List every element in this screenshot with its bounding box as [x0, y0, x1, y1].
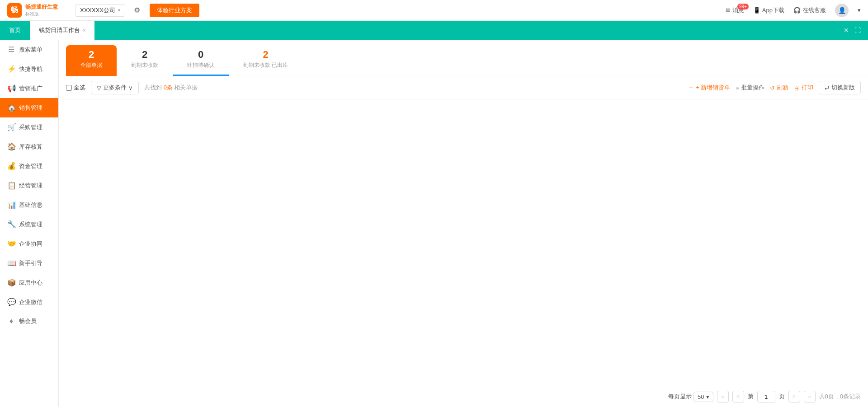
filter-button[interactable]: ▽ 更多条件 ∨	[91, 81, 139, 94]
sidebar-item-operations[interactable]: 📋 经营管理	[0, 176, 58, 195]
avatar[interactable]: 👤	[835, 4, 849, 17]
stat-tab-all[interactable]: 2 全部单据	[66, 45, 117, 76]
chevron-down-icon: ▾	[118, 8, 120, 13]
print-label: 打印	[802, 84, 813, 92]
sidebar-item-enterprise[interactable]: 🤝 企业协同	[0, 234, 58, 253]
logo-text: 畅捷通好生意 标准版	[25, 4, 58, 17]
search-menu-icon: ☰	[7, 45, 15, 54]
user-name[interactable]: ▾	[858, 7, 861, 14]
batch-operation-button[interactable]: ≡ 批量操作	[736, 84, 764, 92]
filter-label: 更多条件	[103, 84, 127, 92]
online-service-label: 在线客服	[802, 6, 826, 14]
found-prefix: 共找到	[144, 84, 162, 91]
message-badge: 99+	[737, 4, 749, 9]
stat-number-overdue-unpaid: 2	[142, 49, 147, 61]
sidebar-item-search-menu[interactable]: ☰ 搜索菜单	[0, 40, 58, 59]
page-input[interactable]	[757, 391, 775, 402]
found-suffix: 相关单据	[174, 84, 198, 91]
sidebar-item-basic-info[interactable]: 📊 基础信息	[0, 195, 58, 215]
service-icon: 🎧	[793, 7, 801, 14]
trial-button[interactable]: 体验行业方案	[150, 4, 199, 17]
tab-bar-controls: ✕ ⛶	[844, 21, 868, 40]
stat-label-overdue-not-shipped: 到期未收款 已出库	[243, 61, 288, 69]
logo-title: 畅捷通好生意	[25, 4, 58, 11]
switch-version-button[interactable]: ⇄ 切换新版	[819, 81, 861, 94]
message-icon: ✉	[726, 7, 731, 14]
logo-icon: 畅	[7, 3, 22, 18]
stat-tab-overdue-unpaid[interactable]: 2 到期未收款	[117, 45, 173, 76]
marketing-icon: 📢	[7, 84, 15, 93]
sidebar-item-marketing-label: 营销推广	[19, 84, 42, 93]
online-service-button[interactable]: 🎧 在线客服	[793, 6, 826, 14]
sidebar-item-marketing[interactable]: 📢 营销推广	[0, 79, 58, 98]
inventory-icon: 🏠	[7, 142, 15, 151]
page-size-dropdown[interactable]: 50 ▾	[693, 392, 713, 402]
sidebar: ☰ 搜索菜单 ⚡ 快捷导航 📢 营销推广 🏠 销售管理 🛒 采购管理 🏠 库存核…	[0, 40, 59, 407]
stat-label-overdue-unpaid: 到期未收款	[131, 61, 158, 69]
finance-icon: 💰	[7, 162, 15, 170]
add-sales-order-button[interactable]: ＋ + 新增销货单	[688, 84, 730, 92]
prev-page-button[interactable]: <	[732, 391, 744, 402]
enterprise-icon: 🤝	[7, 239, 15, 248]
guide-icon: 📖	[7, 259, 15, 267]
toolbar: 全选 ▽ 更多条件 ∨ 共找到 0条 相关单据 ＋ + 新增销货单 ≡ 批量操作	[59, 76, 868, 99]
sales-icon: 🏠	[7, 103, 15, 112]
last-page-button[interactable]: »	[804, 391, 816, 402]
sidebar-item-member[interactable]: ♦ 畅会员	[0, 312, 58, 331]
stat-label-all: 全部单据	[80, 61, 102, 69]
filter-dropdown-icon: ∨	[128, 84, 133, 91]
sidebar-item-weixin[interactable]: 💬 企业微信	[0, 292, 58, 312]
switch-label: 切换新版	[831, 84, 855, 92]
next-page-button[interactable]: >	[788, 391, 800, 402]
company-name: XXXXXX公司	[80, 6, 115, 14]
sidebar-item-member-label: 畅会员	[19, 317, 37, 325]
sidebar-item-inventory[interactable]: 🏠 库存核算	[0, 137, 58, 156]
stat-tab-pending-confirm[interactable]: 0 旺辅待确认	[173, 45, 229, 76]
found-text: 共找到 0条 相关单据	[144, 84, 198, 92]
batch-label: 批量操作	[741, 84, 764, 92]
sidebar-item-purchase-label: 采购管理	[19, 123, 42, 131]
stat-label-pending-confirm: 旺辅待确认	[187, 61, 214, 69]
page-size-label: 每页显示	[668, 393, 692, 401]
stat-tab-overdue-not-shipped[interactable]: 2 到期未收款 已出库	[229, 45, 302, 76]
tab-home[interactable]: 首页	[0, 21, 30, 40]
table-area	[59, 99, 868, 386]
filter-icon: ▽	[97, 84, 101, 91]
page-suffix: 页	[779, 393, 785, 401]
sidebar-item-guide[interactable]: 📖 新手引导	[0, 253, 58, 273]
select-all-input[interactable]	[66, 85, 72, 91]
message-button[interactable]: ✉ 消息 99+	[726, 6, 744, 14]
tab-workbench-label: 钱货日清工作台	[39, 26, 80, 34]
page-size-chevron-icon: ▾	[706, 393, 709, 400]
first-page-button[interactable]: «	[717, 391, 729, 402]
sidebar-item-system[interactable]: 🔧 系统管理	[0, 215, 58, 234]
refresh-button[interactable]: ↺ 刷新	[770, 84, 788, 92]
batch-icon: ≡	[736, 84, 739, 91]
sidebar-item-finance-label: 资金管理	[19, 162, 42, 170]
settings-button[interactable]: ⚙	[130, 3, 144, 18]
main-layout: ☰ 搜索菜单 ⚡ 快捷导航 📢 营销推广 🏠 销售管理 🛒 采购管理 🏠 库存核…	[0, 40, 868, 407]
tab-expand-icon[interactable]: ⛶	[854, 27, 861, 34]
top-header: 畅 畅捷通好生意 标准版 XXXXXX公司 ▾ ⚙ 体验行业方案 ✉ 消息 99…	[0, 0, 868, 21]
sidebar-item-finance[interactable]: 💰 资金管理	[0, 156, 58, 176]
add-icon: ＋	[688, 84, 694, 92]
select-all-checkbox[interactable]: 全选	[66, 84, 85, 92]
sidebar-item-app-center[interactable]: 📦 应用中心	[0, 273, 58, 292]
app-download-button[interactable]: 📱 App下载	[753, 6, 784, 14]
company-selector[interactable]: XXXXXX公司 ▾	[75, 4, 125, 17]
sidebar-item-sales[interactable]: 🏠 销售管理	[0, 98, 58, 117]
operations-icon: 📋	[7, 181, 15, 190]
app-center-icon: 📦	[7, 278, 15, 287]
toolbar-right: ＋ + 新增销货单 ≡ 批量操作 ↺ 刷新 🖨 打印 ⇄ 切换新版	[688, 81, 861, 94]
tab-close-all-icon[interactable]: ✕	[844, 27, 849, 34]
tab-workbench[interactable]: 钱货日清工作台 ×	[30, 21, 94, 40]
tab-home-label: 首页	[9, 26, 21, 34]
print-button[interactable]: 🖨 打印	[794, 84, 813, 92]
tab-close-icon[interactable]: ×	[83, 28, 85, 33]
system-icon: 🔧	[7, 220, 15, 229]
sidebar-item-quick-nav[interactable]: ⚡ 快捷导航	[0, 59, 58, 79]
sidebar-item-purchase[interactable]: 🛒 采购管理	[0, 117, 58, 137]
app-download-label: App下载	[762, 6, 784, 14]
download-icon: 📱	[753, 7, 760, 14]
sidebar-item-quick-nav-label: 快捷导航	[19, 65, 42, 73]
